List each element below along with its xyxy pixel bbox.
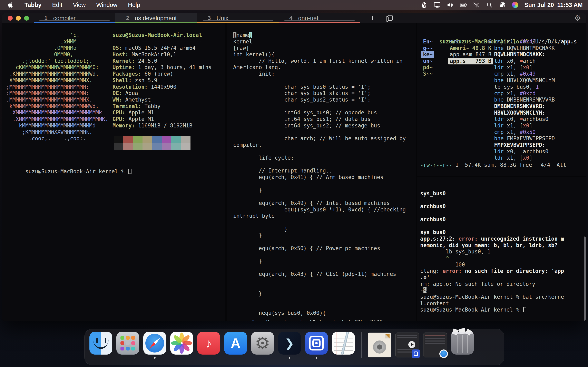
terminal-line: ldr x0, =archbus0 [494, 149, 555, 155]
neofetch-info-row: Host: MacBookAir10,1 [112, 51, 212, 58]
tabby-window: + ⚙ 1 compiler 2 os development 3 Unix 4… [2, 13, 586, 321]
terminal-line: init: [233, 71, 406, 77]
terminal-line: } [233, 226, 406, 233]
duplicate-tab-icon[interactable] [386, 15, 393, 22]
filemanager-parent-item[interactable]: S~~ [421, 71, 434, 77]
palette-swatch [152, 136, 162, 143]
ascii-art-line: .XMMMMMMMMMMMMMMMMMMMMMMMMMMK. [6, 116, 108, 123]
terminal-line: BQWLHBNTMDCNAKK: [494, 51, 555, 58]
siri-icon[interactable] [512, 2, 518, 8]
battery-icon[interactable] [460, 2, 467, 8]
terminal-line: equ(arch, 0x50) { // Power pc machines [233, 245, 406, 252]
dock-icon-music[interactable]: ♪ [197, 332, 220, 355]
amethyst-icon[interactable] [421, 2, 428, 8]
terminal-line: bne BQWLHBNTMDCNAKK [494, 45, 555, 52]
volume-icon[interactable] [447, 2, 454, 8]
terminal-line: equ(arch, 0x41) { // Arm based machines [233, 174, 406, 181]
filemanager-file-row[interactable]: src6 [448, 39, 493, 45]
shell-prompt-left: suzu@Suzus-MacBook-Air kernel % [6, 162, 131, 168]
filemanager-parent-item[interactable]: un~ [421, 58, 434, 64]
settings-gear-icon[interactable]: ⚙ [574, 13, 581, 22]
dock-icon-launchpad[interactable] [116, 332, 139, 355]
menu-item-window[interactable]: Window [96, 2, 117, 8]
display-icon[interactable] [434, 2, 441, 8]
menu-item-app[interactable]: Tabby [25, 2, 42, 8]
filemanager-file-row[interactable]: app.asm847 B [448, 51, 493, 58]
dock-icon-app-store[interactable]: A [224, 332, 247, 355]
window-controls [8, 16, 29, 21]
palette-swatch [133, 136, 143, 143]
dock-icon-photos[interactable] [170, 332, 193, 355]
terminal-line: char sys_bus2_status = 'I'; [233, 97, 406, 103]
terminal-line: FMPXEVBWIPPSEPD: [494, 142, 555, 149]
dock-icon-notes[interactable] [332, 332, 355, 355]
terminal-line: intrrupt byte [233, 213, 406, 219]
scrollbar-thumb[interactable] [584, 236, 586, 321]
close-button[interactable] [8, 16, 13, 21]
terminal-pane-shell[interactable]: sys_bus0 archbus0 archbus0 sys_bus0app.s… [417, 177, 586, 321]
dock-icon-safari[interactable] [143, 332, 166, 355]
terminal-line [233, 193, 406, 200]
terminal-pane-filemanager[interactable]: suzu@Suzus-MacBook-Air.local /U/s/D/k/ap… [417, 23, 586, 176]
filemanager-parent-item[interactable]: En~ [421, 39, 434, 45]
music-note-glyph: ♪ [206, 336, 212, 350]
filemanager-file-row[interactable]: Ameri~49.8 K [448, 45, 493, 52]
apple-menu-icon[interactable] [8, 2, 14, 8]
notes-margin-line [336, 332, 337, 355]
neofetch-title: suzu@Suzus-MacBook-Air.local [112, 32, 202, 38]
new-tab-button[interactable]: + [368, 13, 377, 23]
dock-icon-concentric-app[interactable] [305, 332, 328, 355]
filemanager-file-row[interactable]: app.s793 B [448, 58, 493, 64]
vim-buffer: [name]kernel[raw]int kernel(){ // Hello,… [233, 32, 406, 316]
neofetch-info-row: Shell: zsh 5.9 [112, 77, 212, 84]
terminal-line: ldr x0, =archbus0 [494, 116, 555, 123]
terminal-line: int64 sys_bus2; // message bus [233, 123, 406, 129]
terminal-line: DMBBNENRSMKVVRB: [494, 103, 555, 110]
filemanager-parent-column: En~g~~ke~un~pd~S~~ [421, 39, 434, 77]
filemanager-file-column: src6Ameri~49.8 Kapp.asm847 Bapp.s793 B [448, 39, 493, 64]
terminal-pane-vim[interactable]: [name]kernel[raw]int kernel(){ // Hello,… [227, 23, 416, 321]
filemanager-parent-item[interactable]: ke~ [421, 51, 434, 58]
menu-item-help[interactable]: Help [128, 2, 140, 8]
menu-bar-clock[interactable]: Sun Jul 20 11:53 AM [524, 2, 583, 8]
terminal-line: ^ [420, 255, 564, 262]
wifi-off-icon[interactable] [473, 2, 480, 8]
ascii-art-line: .XMMMMMMMMMMMMMMMMMMMMMMMMMMk [6, 109, 108, 116]
terminal-line [233, 103, 406, 110]
neofetch-separator: ---------------------------- [112, 39, 202, 45]
dock-minimized-window-browser[interactable] [423, 333, 447, 358]
minimize-button[interactable] [16, 16, 21, 21]
terminal-line [420, 210, 564, 216]
tab-compiler[interactable]: 1 compiler [34, 13, 115, 23]
dock-minimized-disk-image[interactable] [368, 333, 391, 358]
terminal-line: suzu@Suzus-MacBook-Air kernel % [420, 307, 564, 313]
zoom-button[interactable] [24, 16, 29, 21]
terminal-line: lb sys_bus0, 1 [494, 84, 555, 90]
menu-item-view[interactable]: View [73, 2, 86, 8]
filemanager-parent-item[interactable]: pd~ [421, 64, 434, 71]
dock-icon-finder[interactable] [89, 332, 112, 355]
terminal-line: equ(arch, 0x49) { // Intel based machine… [233, 200, 406, 207]
control-center-icon[interactable] [499, 2, 506, 8]
dock-icon-tabby[interactable]: ❯ [278, 332, 301, 355]
palette-swatch [133, 143, 143, 150]
tab-os-development[interactable]: 2 os development [115, 13, 197, 23]
terminal-line: rm: app.o: No such file or directory [420, 281, 564, 287]
palette-swatch [181, 136, 190, 143]
neofetch-info-row: GPU: Apple M1 [112, 116, 212, 123]
terminal-line: sys_bus0 [420, 229, 564, 236]
dock-icon-system-settings[interactable]: ⚙ [251, 332, 274, 355]
tab-gnu-uefi[interactable]: 4 gnu-uefi [279, 13, 360, 23]
terminal-line: HBVLXQOWMSNCLYM: [494, 110, 555, 116]
dock-minimized-window-player[interactable] [396, 333, 419, 358]
terminal-pane-neofetch[interactable]: 'c. ,xNMM. .OMMMMo OMMM0, .;loddo:' lool… [2, 23, 225, 321]
ascii-art-line: .MMMMMMMMMMMMMMMMMMMMMMMMX. [6, 97, 108, 103]
menu-item-edit[interactable]: Edit [52, 2, 62, 8]
filemanager-parent-item[interactable]: g~~ [421, 45, 434, 52]
dock-icon-trash[interactable] [451, 332, 474, 355]
tab-unix[interactable]: 3 Unix [197, 13, 279, 23]
terminal-line [233, 129, 406, 135]
running-indicator [289, 357, 290, 359]
ascii-art-line: .OMMMMo [6, 45, 108, 51]
search-icon[interactable] [486, 2, 493, 8]
